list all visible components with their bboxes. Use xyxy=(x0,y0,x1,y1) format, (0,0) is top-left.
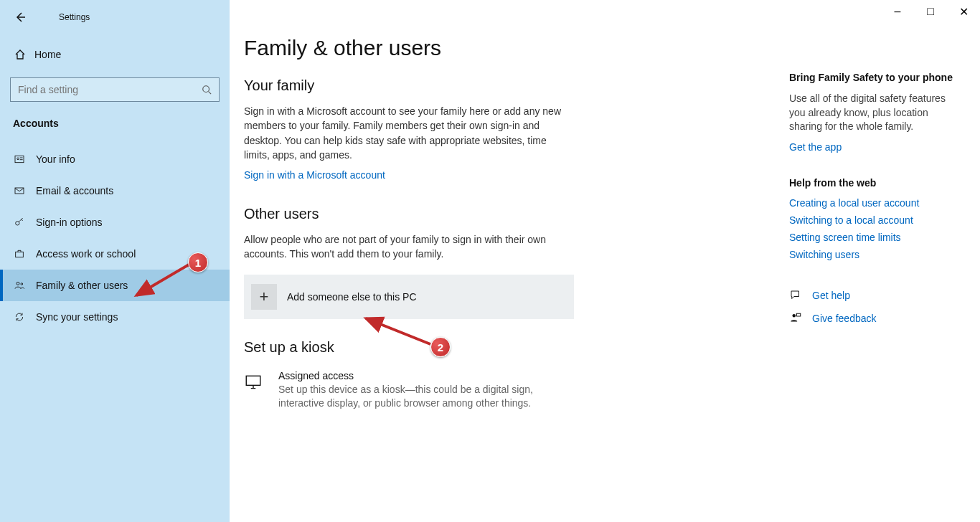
other-users-text: Allow people who are not part of your fa… xyxy=(244,232,567,262)
back-button[interactable] xyxy=(14,11,37,23)
help-web-heading: Help from the web xyxy=(789,177,961,189)
minimize-button[interactable]: – xyxy=(881,0,914,23)
svg-point-7 xyxy=(21,283,23,285)
your-family-text: Sign in with a Microsoft account to see … xyxy=(244,104,567,162)
sidebar-item-your-info[interactable]: Your info xyxy=(0,143,230,175)
feedback-person-icon xyxy=(789,312,802,325)
back-arrow-icon xyxy=(14,11,26,23)
search-input[interactable] xyxy=(18,84,202,95)
sidebar-item-email-accounts[interactable]: Email & accounts xyxy=(0,175,230,207)
nav-list: Your infoEmail & accountsSign-in options… xyxy=(0,143,230,333)
sidebar-item-sync-your-settings[interactable]: Sync your settings xyxy=(0,301,230,333)
window-controls: – □ ✕ xyxy=(881,0,980,29)
other-users-heading: Other users xyxy=(244,206,768,222)
home-nav[interactable]: Home xyxy=(0,39,230,70)
svg-point-9 xyxy=(793,314,796,318)
sidebar-item-sign-in-options[interactable]: Sign-in options xyxy=(0,207,230,238)
signin-ms-account-link[interactable]: Sign in with a Microsoft account xyxy=(244,169,385,181)
sidebar-item-family-other-users[interactable]: Family & other users xyxy=(0,270,230,301)
svg-rect-8 xyxy=(246,376,260,385)
assigned-access-row[interactable]: Assigned access Set up this device as a … xyxy=(244,370,768,411)
home-label: Home xyxy=(34,49,61,60)
svg-rect-5 xyxy=(16,252,24,257)
help-chat-icon xyxy=(789,289,802,302)
sidebar-item-label: Family & other users xyxy=(36,280,128,291)
maximize-icon: □ xyxy=(927,5,934,18)
sidebar-item-label: Your info xyxy=(36,153,75,165)
sync-icon xyxy=(13,311,26,323)
get-help-link[interactable]: Get help xyxy=(812,290,850,301)
main-content: Family & other users Your family Sign in… xyxy=(244,0,768,411)
close-button[interactable]: ✕ xyxy=(947,0,980,23)
svg-point-6 xyxy=(17,282,19,285)
help-link-switching-users[interactable]: Switching users xyxy=(789,249,961,260)
help-link-switching-to-a-local-account[interactable]: Switching to a local account xyxy=(789,214,961,226)
briefcase-icon xyxy=(13,248,26,260)
sidebar-item-label: Access work or school xyxy=(36,248,136,260)
add-someone-label: Add someone else to this PC xyxy=(287,291,417,303)
right-column: Bring Family Safety to your phone Use al… xyxy=(789,72,961,335)
help-link-creating-a-local-user-account[interactable]: Creating a local user account xyxy=(789,197,961,209)
svg-point-0 xyxy=(203,86,209,92)
mail-icon xyxy=(13,185,26,196)
maximize-button[interactable]: □ xyxy=(914,0,947,23)
give-feedback-link[interactable]: Give feedback xyxy=(812,313,877,324)
minimize-icon: – xyxy=(895,5,901,18)
page-title: Family & other users xyxy=(244,36,768,60)
family-safety-text: Use all of the digital safety features y… xyxy=(789,92,961,134)
get-app-link[interactable]: Get the app xyxy=(789,141,961,153)
annotation-badge-2: 2 xyxy=(430,337,451,357)
get-help-row[interactable]: Get help xyxy=(789,289,961,302)
close-icon: ✕ xyxy=(959,5,969,19)
key-icon xyxy=(13,217,26,228)
svg-rect-10 xyxy=(797,313,801,316)
give-feedback-row[interactable]: Give feedback xyxy=(789,312,961,325)
assigned-access-desc: Set up this device as a kiosk—this could… xyxy=(278,383,565,411)
kiosk-heading: Set up a kiosk xyxy=(244,339,768,356)
window-title: Settings xyxy=(59,12,90,22)
people-icon xyxy=(13,280,26,291)
svg-rect-1 xyxy=(15,156,24,162)
add-someone-button[interactable]: + Add someone else to this PC xyxy=(244,275,574,319)
plus-icon: + xyxy=(251,284,277,310)
help-link-setting-screen-time-limits[interactable]: Setting screen time limits xyxy=(789,232,961,243)
annotation-badge-1: 1 xyxy=(188,252,208,272)
svg-point-2 xyxy=(17,158,19,160)
sidebar-item-label: Sign-in options xyxy=(36,217,103,228)
assigned-access-title: Assigned access xyxy=(278,370,565,381)
search-icon xyxy=(202,85,212,95)
svg-point-4 xyxy=(16,222,19,225)
sidebar-item-label: Email & accounts xyxy=(36,185,113,196)
sidebar-section: Accounts xyxy=(0,102,230,133)
user-card-icon xyxy=(13,153,26,165)
search-box[interactable] xyxy=(10,77,220,102)
kiosk-monitor-icon xyxy=(244,370,264,411)
home-icon xyxy=(14,49,34,60)
sidebar-item-label: Sync your settings xyxy=(36,311,118,323)
your-family-heading: Your family xyxy=(244,77,768,94)
family-safety-heading: Bring Family Safety to your phone xyxy=(789,72,961,83)
svg-rect-3 xyxy=(15,188,24,194)
